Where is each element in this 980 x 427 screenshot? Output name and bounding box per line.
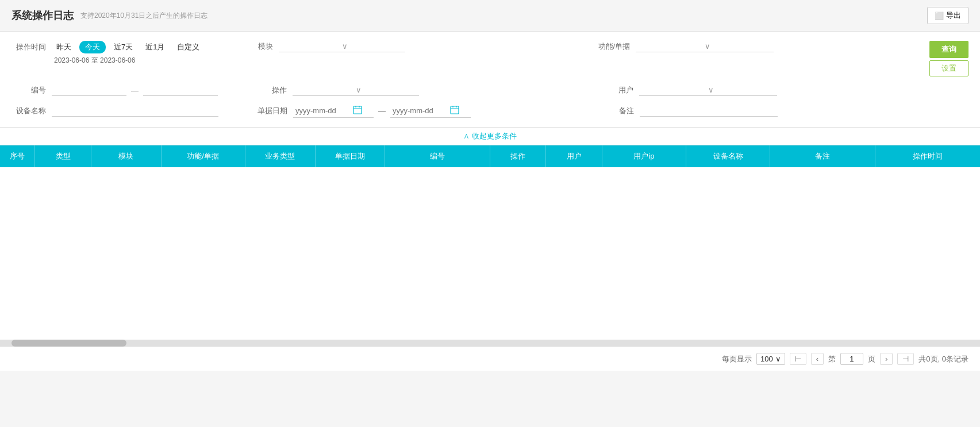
col-user-ip: 用户ip [602,145,686,167]
col-operation: 操作 [490,145,545,167]
code-input-start[interactable] [52,84,126,96]
page-input[interactable] [840,353,863,365]
filter-row-1: 操作时间 昨天 今天 近7天 近1月 自定义 2023-06-06 至 2023… [11,41,969,76]
page-header: 系统操作日志 支持2020年10月31日之后产生的操作日志 ⬜ 导出 [0,0,980,32]
last-page-button[interactable]: ⊣ [897,353,914,365]
export-icon: ⬜ [935,11,944,20]
svg-rect-0 [353,106,362,114]
time-7days[interactable]: 近7天 [109,41,137,53]
table-wrap: 序号 类型 模块 功能/单据 业务类型 单据日期 编号 操作 用户 用户ip 设… [0,145,980,167]
device-input[interactable] [52,105,218,117]
remark-label: 备注 [594,106,640,116]
time-yesterday[interactable]: 昨天 [52,41,76,53]
export-button[interactable]: ⬜ 导出 [927,7,969,24]
col-type: 类型 [35,145,91,167]
empty-area [0,167,980,340]
operation-chevron-icon: ∨ [356,86,417,94]
export-label: 导出 [946,10,961,21]
operation-filter-group: 操作 ∨ [252,84,570,96]
col-op-time: 操作时间 [875,145,980,167]
page-title: 系统操作日志 [11,9,74,22]
docdate-start-wrap [293,104,374,118]
time-1month[interactable]: 近1月 [141,41,169,53]
operation-select[interactable]: ∨ [293,84,419,96]
page-unit: 页 [868,354,875,364]
remark-input[interactable] [640,105,778,117]
action-buttons: 查询 设置 [929,41,969,76]
collapse-bar[interactable]: ∧ 收起更多条件 [0,128,980,145]
docdate-start-input[interactable] [295,106,353,115]
settings-button[interactable]: 设置 [929,60,969,76]
col-device: 设备名称 [686,145,770,167]
filter-row-2: 编号 — 操作 ∨ 用户 ∨ [11,84,969,96]
col-code: 编号 [385,145,490,167]
per-page-select[interactable]: 100 ∨ [756,353,785,365]
collapse-icon: ∧ [463,132,470,140]
user-label: 用户 [593,85,639,95]
scrollbar-thumb[interactable] [11,340,126,347]
code-input-end[interactable] [143,84,218,96]
user-chevron-icon: ∨ [708,86,775,94]
module-label: 模块 [239,41,279,52]
filter-area: 操作时间 昨天 今天 近7天 近1月 自定义 2023-06-06 至 2023… [0,32,980,128]
scrollbar-area[interactable] [0,340,980,347]
col-biz-type: 业务类型 [245,145,315,167]
user-select[interactable]: ∨ [639,84,777,96]
col-user: 用户 [546,145,602,167]
table-header-row: 序号 类型 模块 功能/单据 业务类型 单据日期 编号 操作 用户 用户ip 设… [0,145,980,167]
operation-label: 操作 [252,85,293,95]
svg-rect-4 [451,106,459,114]
user-filter-group: 用户 ∨ [593,84,911,96]
code-label: 编号 [11,85,52,95]
docdate-label: 单据日期 [253,106,293,116]
col-func: 功能/单据 [161,145,245,167]
page-subtitle: 支持2020年10月31日之后产生的操作日志 [80,11,207,21]
per-page-chevron-icon: ∨ [775,355,781,363]
per-page-label: 每页显示 [722,354,752,364]
func-select[interactable]: ∨ [636,41,774,52]
time-custom[interactable]: 自定义 [172,41,204,53]
per-page-value: 100 [760,355,773,363]
code-separator: — [131,86,139,95]
module-select[interactable]: ∨ [279,41,405,52]
remark-filter-group: 备注 [594,105,912,117]
time-filter-group: 操作时间 昨天 今天 近7天 近1月 自定义 2023-06-06 至 2023… [11,41,204,66]
data-table: 序号 类型 模块 功能/单据 业务类型 单据日期 编号 操作 用户 用户ip 设… [0,145,980,167]
collapse-label: 收起更多条件 [472,132,517,140]
func-filter-group: 功能/单据 ∨ [590,41,918,52]
docdate-separator: — [378,107,386,116]
col-module: 模块 [91,145,161,167]
time-range-display: 2023-06-06 至 2023-06-06 [54,56,135,66]
col-seq: 序号 [0,145,35,167]
page-label: 第 [828,354,836,364]
module-filter-group: 模块 ∨ [239,41,567,52]
prev-page-button[interactable]: ‹ [811,353,824,365]
device-filter-group: 设备名称 [11,105,218,117]
header-left: 系统操作日志 支持2020年10月31日之后产生的操作日志 [11,9,207,22]
time-today[interactable]: 今天 [79,41,106,53]
func-label: 功能/单据 [590,41,636,52]
docdate-filter-group: 单据日期 — [253,104,571,118]
docdate-end-wrap [390,104,471,118]
col-remark: 备注 [770,145,875,167]
code-filter-group: 编号 — [11,84,218,96]
calendar-start-icon[interactable] [353,105,362,116]
docdate-end-input[interactable] [393,106,450,115]
time-label: 操作时间 [11,42,52,52]
query-button[interactable]: 查询 [929,41,969,58]
pagination: 每页显示 100 ∨ ⊢ ‹ 第 页 › ⊣ 共0页, 0条记录 [0,347,980,371]
col-doc-date: 单据日期 [315,145,385,167]
total-info: 共0页, 0条记录 [918,354,969,364]
device-label: 设备名称 [11,106,52,116]
time-options: 昨天 今天 近7天 近1月 自定义 [52,41,204,53]
module-chevron-icon: ∨ [342,42,403,51]
next-page-button[interactable]: › [880,353,893,365]
first-page-button[interactable]: ⊢ [790,353,806,365]
calendar-end-icon[interactable] [450,105,459,116]
func-chevron-icon: ∨ [705,42,771,51]
filter-row-3: 设备名称 单据日期 — 备注 [11,104,969,118]
